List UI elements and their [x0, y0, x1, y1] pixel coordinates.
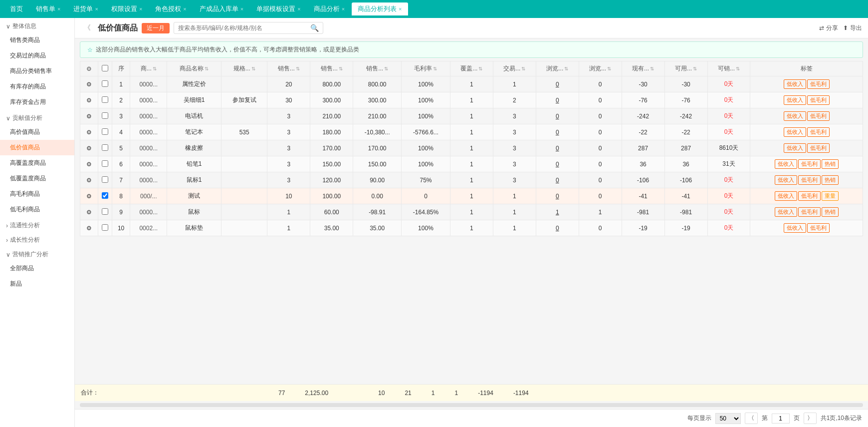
column-name[interactable]: 商品名称 ⇅ [167, 61, 221, 76]
column-browse1[interactable]: 浏览... ⇅ [536, 61, 579, 76]
gear-cell[interactable]: ⚙ [80, 188, 98, 204]
nav-sales[interactable]: 销售单 × [30, 2, 66, 15]
sidebar-item-high-coverage[interactable]: 高覆盖度商品 [0, 155, 74, 171]
close-icon[interactable]: × [183, 6, 186, 12]
nav-purchase[interactable]: 进货单 × [67, 2, 104, 15]
column-current[interactable]: 现有... ⇅ [622, 61, 664, 76]
browse1-cell[interactable]: 0 [536, 108, 579, 124]
checkbox-cell[interactable] [98, 140, 112, 156]
sidebar-section-liquidity[interactable]: › 流通性分析 [0, 217, 74, 232]
search-icon[interactable]: 🔍 [310, 24, 319, 32]
column-usable[interactable]: 可用... ⇅ [664, 61, 707, 76]
prev-page-button[interactable]: 〈 [745, 413, 758, 424]
row-checkbox[interactable] [102, 112, 108, 119]
checkbox-cell[interactable] [98, 124, 112, 140]
browse1-link[interactable]: 0 [556, 225, 559, 232]
column-spec[interactable]: 规格... ⇅ [221, 61, 267, 76]
sidebar-item-high-value[interactable]: 高价值商品 [0, 124, 74, 140]
checkbox-cell[interactable] [98, 172, 112, 188]
checkbox-cell[interactable] [98, 76, 112, 92]
sidebar-item-low-profit[interactable]: 低毛利商品 [0, 202, 74, 217]
sidebar-item-sales-products[interactable]: 销售类商品 [0, 32, 74, 48]
browse1-cell[interactable]: 0 [536, 220, 579, 236]
checkbox-cell[interactable] [98, 108, 112, 124]
browse1-link[interactable]: 0 [556, 161, 559, 168]
checkbox-cell[interactable] [98, 220, 112, 236]
nav-analysis-list[interactable]: 商品分析列表 × [352, 2, 408, 15]
export-button[interactable]: ⬆ 导出 [843, 24, 862, 32]
collapse-button[interactable]: 《 [81, 22, 94, 33]
close-icon[interactable]: × [297, 6, 300, 12]
column-sales1[interactable]: 销售... ⇅ [267, 61, 310, 76]
browse1-cell[interactable]: 0 [536, 92, 579, 108]
column-trade[interactable]: 交易... ⇅ [493, 61, 536, 76]
browse1-cell[interactable]: 0 [536, 188, 579, 204]
column-checkbox[interactable] [98, 61, 112, 76]
horizontal-scrollbar[interactable] [80, 403, 863, 407]
sidebar-section-marketing[interactable]: ∨ 营销推广分析 [0, 246, 74, 261]
sidebar-item-category-sales-rate[interactable]: 商品分类销售率 [0, 63, 74, 79]
sidebar-item-new-products[interactable]: 新品 [0, 276, 74, 292]
column-gear[interactable]: ⚙ [80, 61, 98, 76]
browse1-link[interactable]: 0 [556, 113, 559, 120]
checkbox-cell[interactable] [98, 204, 112, 220]
close-icon[interactable]: × [240, 6, 243, 12]
column-sales2[interactable]: 销售... ⇅ [310, 61, 353, 76]
browse1-cell[interactable]: 1 [536, 204, 579, 220]
browse1-link[interactable]: 1 [556, 209, 559, 216]
gear-cell[interactable]: ⚙ [80, 124, 98, 140]
nav-permissions[interactable]: 权限设置 × [105, 2, 148, 15]
checkbox-cell[interactable] [98, 188, 112, 204]
browse1-link[interactable]: 0 [556, 193, 559, 200]
row-checkbox[interactable] [102, 96, 108, 103]
gear-cell[interactable]: ⚙ [80, 92, 98, 108]
page-number-input[interactable] [772, 414, 790, 424]
sidebar-section-overall[interactable]: ∨ 整体信息 [0, 18, 74, 32]
row-checkbox[interactable] [102, 160, 108, 167]
browse1-link[interactable]: 0 [556, 81, 559, 88]
sidebar-item-low-value[interactable]: 低价值商品 [0, 140, 74, 155]
sidebar-item-low-coverage[interactable]: 低覆盖度商品 [0, 171, 74, 186]
nav-product-storage[interactable]: 产成品入库单 × [194, 2, 249, 15]
browse1-link[interactable]: 0 [556, 145, 559, 152]
gear-cell[interactable]: ⚙ [80, 140, 98, 156]
browse1-link[interactable]: 0 [556, 97, 559, 104]
nav-template[interactable]: 单据模板设置 × [250, 2, 306, 15]
table-container[interactable]: ⚙ 序 商... ⇅ 商品名称 ⇅ 规格... ⇅ 销售... ⇅ 销售... … [75, 61, 868, 384]
row-checkbox[interactable] [102, 128, 108, 135]
browse1-link[interactable]: 0 [556, 177, 559, 184]
browse1-cell[interactable]: 0 [536, 76, 579, 92]
column-gross[interactable]: 毛利率 ⇅ [402, 61, 450, 76]
gear-cell[interactable]: ⚙ [80, 108, 98, 124]
per-page-select[interactable]: 50 100 200 [715, 413, 741, 424]
close-icon[interactable]: × [95, 6, 98, 12]
column-saleable[interactable]: 可销... ⇅ [707, 61, 750, 76]
browse1-cell[interactable]: 0 [536, 140, 579, 156]
checkbox-cell[interactable] [98, 156, 112, 172]
sidebar-section-contribution[interactable]: ∨ 贡献值分析 [0, 110, 74, 124]
row-checkbox[interactable] [102, 80, 108, 87]
search-input[interactable] [178, 24, 308, 31]
checkbox-cell[interactable] [98, 92, 112, 108]
close-icon[interactable]: × [399, 6, 402, 12]
column-cover[interactable]: 覆盖... ⇅ [450, 61, 493, 76]
nav-role[interactable]: 角色授权 × [149, 2, 192, 15]
column-code[interactable]: 商... ⇅ [130, 61, 167, 76]
close-icon[interactable]: × [139, 6, 142, 12]
gear-cell[interactable]: ⚙ [80, 204, 98, 220]
next-page-button[interactable]: 〉 [804, 413, 817, 424]
row-checkbox[interactable] [102, 224, 108, 231]
close-icon[interactable]: × [57, 6, 60, 12]
sidebar-section-growth[interactable]: › 成长性分析 [0, 232, 74, 246]
select-all-checkbox[interactable] [102, 65, 108, 71]
sidebar-item-capital-occupied[interactable]: 库存资金占用 [0, 94, 74, 110]
row-checkbox[interactable] [102, 208, 108, 215]
sidebar-item-stock-products[interactable]: 有库存的商品 [0, 79, 74, 94]
sidebar-item-traded-products[interactable]: 交易过的商品 [0, 48, 74, 63]
close-icon[interactable]: × [342, 6, 345, 12]
browse1-cell[interactable]: 0 [536, 172, 579, 188]
browse1-cell[interactable]: 0 [536, 124, 579, 140]
row-checkbox[interactable] [102, 192, 108, 199]
nav-product-analysis[interactable]: 商品分析 × [308, 2, 351, 15]
sidebar-item-all-products[interactable]: 全部商品 [0, 261, 74, 276]
